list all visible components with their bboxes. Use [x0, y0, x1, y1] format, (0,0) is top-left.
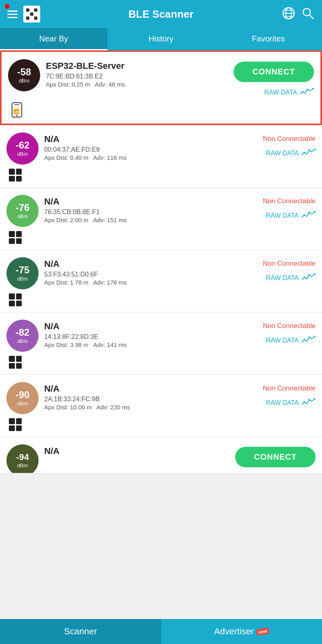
non-connectable-label: Non Connectable	[263, 135, 316, 143]
tab-nearby[interactable]: Near By	[0, 28, 107, 50]
chart-icon[interactable]	[301, 397, 316, 408]
device-footer	[6, 293, 316, 306]
signal-circle: -90 dBm	[6, 382, 39, 414]
chart-icon[interactable]	[301, 148, 316, 159]
chart-icon[interactable]	[301, 335, 316, 346]
svg-rect-11	[14, 104, 19, 105]
non-connectable-label: Non Connectable	[263, 384, 316, 392]
device-action: Non Connectable RAW DATA	[235, 257, 316, 283]
device-list: -58 dBm ESP32-BLE-Server 7C:9E:BD:61:3B:…	[0, 50, 322, 437]
non-connectable-label: Non Connectable	[263, 322, 316, 330]
signal-circle: -82 dBm	[6, 320, 39, 352]
menu-button[interactable]	[7, 10, 18, 18]
svg-point-16	[314, 149, 316, 150]
raw-data-label[interactable]: RAW DATA	[265, 89, 297, 96]
device-dist: Apx Dist: 1.78 m Adv: 176 ms	[44, 279, 230, 286]
svg-text:📶: 📶	[13, 108, 19, 114]
device-dist: Apx Dist: 0.25 m Adv: 46 ms	[46, 81, 228, 88]
device-name: N/A	[44, 384, 230, 394]
notification-dot	[5, 4, 10, 9]
svg-point-18	[308, 212, 310, 213]
grid-icon	[9, 231, 22, 244]
cards-container: -62 dBm N/A 00:04:37:AE:FD:E9 Apx Dist: …	[0, 125, 322, 437]
grid-icon	[9, 418, 22, 431]
device-name: N/A	[44, 446, 230, 456]
device-action: Non Connectable RAW DATA	[235, 382, 316, 408]
device-card: -75 dBm N/A 53:F3:43:51:D0:6F Apx Dist: …	[0, 250, 322, 312]
raw-data-label[interactable]: RAW DATA	[266, 399, 299, 407]
device-card-row: -75 dBm N/A 53:F3:43:51:D0:6F Apx Dist: …	[6, 257, 316, 289]
device-info: N/A 14:13:8F:22:8D:3E Apx Dist: 3.98 m A…	[44, 320, 230, 348]
chart-icon[interactable]	[301, 272, 316, 283]
tab-history[interactable]: History	[107, 28, 215, 50]
non-connectable-label: Non Connectable	[263, 260, 316, 268]
device-action: CONNECT RAW DATA	[234, 59, 314, 98]
device-name: N/A	[44, 134, 230, 144]
raw-data-row: RAW DATA	[266, 272, 316, 283]
app-title: BLE Scanner	[129, 8, 194, 21]
connect-button[interactable]: CONNECT	[234, 62, 314, 82]
search-icon[interactable]	[301, 6, 315, 22]
svg-point-20	[304, 277, 305, 278]
raw-data-label[interactable]: RAW DATA	[266, 337, 299, 344]
svg-point-9	[312, 88, 314, 89]
device-card: -90 dBm N/A 2A:1B:33:24:FC:9B Apx Dist: …	[0, 375, 322, 437]
device-mac: 53:F3:43:51:D0:6F	[44, 271, 230, 278]
device-info: N/A	[44, 444, 230, 458]
connect-button[interactable]: CONNECT	[235, 447, 316, 467]
device-dist: Apx Dist: 0.40 m Adv: 116 ms	[44, 154, 230, 161]
raw-data-row: RAW DATA	[266, 148, 316, 159]
device-card-row: -76 dBm N/A 76:35:CB:0B:8E:F1 Apx Dist: …	[6, 195, 316, 227]
device-mac: 7C:9E:BD:61:3B:E2	[46, 73, 228, 80]
chart-icon[interactable]	[301, 210, 316, 221]
advertiser-tab[interactable]: Advertiser new	[161, 619, 322, 644]
device-card-row: -82 dBm N/A 14:13:8F:22:8D:3E Apx Dist: …	[6, 320, 316, 352]
raw-data-row: RAW DATA	[266, 335, 316, 346]
raw-data-row: RAW DATA	[266, 210, 316, 221]
device-footer	[6, 356, 316, 369]
device-footer	[6, 231, 316, 244]
svg-point-17	[304, 214, 305, 216]
device-mac: 00:04:37:AE:FD:E9	[44, 146, 230, 153]
device-action: CONNECT	[235, 444, 316, 467]
signal-circle: -76 dBm	[6, 195, 39, 227]
bottom-bar: Scanner Advertiser new	[0, 619, 322, 644]
raw-data-label[interactable]: RAW DATA	[266, 212, 299, 219]
svg-point-19	[314, 211, 316, 213]
device-footer	[6, 418, 316, 431]
qr-button[interactable]	[23, 6, 40, 23]
grid-icon	[9, 356, 22, 369]
raw-data-label[interactable]: RAW DATA	[266, 150, 299, 157]
tab-favorites[interactable]: Favorites	[215, 28, 322, 50]
non-connectable-label: Non Connectable	[263, 197, 316, 205]
device-action: Non Connectable RAW DATA	[235, 132, 316, 159]
device-card: -58 dBm ESP32-BLE-Server 7C:9E:BD:61:3B:…	[0, 50, 322, 125]
header-right	[282, 6, 315, 22]
signal-circle: -62 dBm	[6, 132, 39, 165]
chart-icon[interactable]	[299, 87, 314, 98]
device-name: ESP32-BLE-Server	[46, 61, 228, 71]
svg-point-7	[302, 91, 304, 93]
raw-data-label[interactable]: RAW DATA	[266, 275, 299, 282]
device-action: Non Connectable RAW DATA	[235, 320, 316, 346]
svg-point-14	[304, 152, 305, 153]
device-card: -82 dBm N/A 14:13:8F:22:8D:3E Apx Dist: …	[0, 312, 322, 375]
device-card: -62 dBm N/A 00:04:37:AE:FD:E9 Apx Dist: …	[0, 125, 322, 188]
svg-point-24	[308, 336, 310, 338]
tab-bar: Near By History Favorites	[0, 28, 322, 50]
device-card-row: -62 dBm N/A 00:04:37:AE:FD:E9 Apx Dist: …	[6, 132, 316, 165]
device-info: N/A 00:04:37:AE:FD:E9 Apx Dist: 0.40 m A…	[44, 132, 230, 161]
device-mac: 14:13:8F:22:8D:3E	[44, 333, 230, 341]
device-mac: 76:35:CB:0B:8E:F1	[44, 208, 230, 216]
device-mac: 2A:1B:33:24:FC:9B	[44, 396, 230, 403]
globe-icon[interactable]	[282, 6, 295, 22]
svg-point-26	[304, 401, 305, 403]
device-card: -76 dBm N/A 76:35:CB:0B:8E:F1 Apx Dist: …	[0, 188, 322, 250]
signal-circle: -75 dBm	[6, 257, 39, 289]
svg-point-8	[307, 89, 308, 90]
scanner-tab[interactable]: Scanner	[0, 619, 161, 644]
svg-point-15	[308, 149, 310, 151]
device-action: Non Connectable RAW DATA	[235, 195, 316, 221]
svg-point-22	[314, 273, 316, 275]
partial-device-card: -94 dBm N/A CONNECT	[0, 437, 322, 473]
